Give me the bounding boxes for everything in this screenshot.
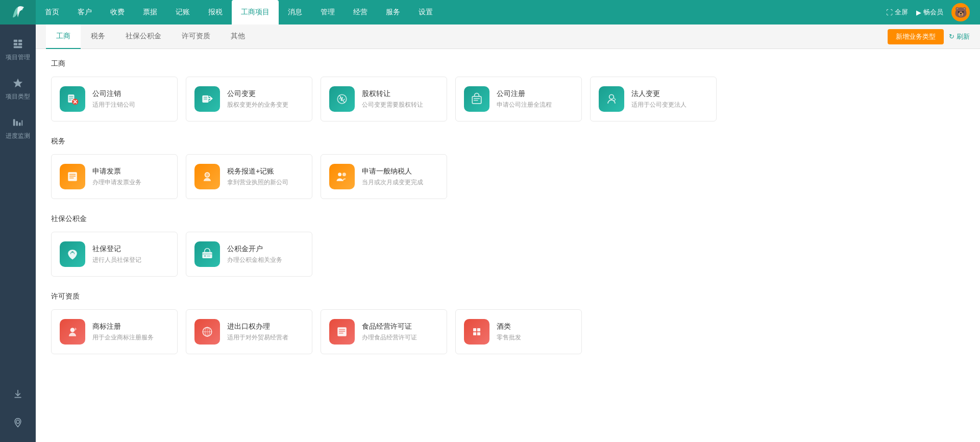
liquor-content: 酒类 零售批发 xyxy=(497,322,521,342)
sidebar-label-project-mgmt: 项目管理 xyxy=(6,53,30,62)
card-food-license[interactable]: 食品经营许可证 办理食品经营许可证 xyxy=(321,309,447,354)
svg-rect-45 xyxy=(473,328,476,331)
nav-management[interactable]: 管理 xyxy=(311,0,344,24)
sidebar-item-project-type[interactable]: 项目类型 xyxy=(0,69,36,108)
company-change-title: 公司变更 xyxy=(227,89,288,99)
refresh-button[interactable]: ↻ 刷新 xyxy=(949,32,970,41)
tab-xuke[interactable]: 许可资质 xyxy=(172,24,220,49)
svg-point-30 xyxy=(206,173,209,177)
svg-rect-1 xyxy=(14,43,17,45)
nav-tax[interactable]: 报税 xyxy=(199,0,232,24)
tab-actions: 新增业务类型 ↻ 刷新 xyxy=(888,29,970,44)
section-xuke: 许可资质 商标注册 用于企业商标注册服务 xyxy=(51,292,965,354)
card-company-change[interactable]: 公司变更 股权变更外的业务变更 xyxy=(186,77,312,121)
fullscreen-btn[interactable]: ⛶ 全屏 xyxy=(886,8,908,17)
svg-rect-35 xyxy=(202,253,212,255)
tab-gongshang[interactable]: 工商 xyxy=(46,24,81,49)
apply-invoice-desc: 办理申请发票业务 xyxy=(92,178,141,187)
card-equity-transfer[interactable]: ¥ 股权转让 公司变更需要股权转让 xyxy=(321,77,447,121)
svg-point-10 xyxy=(16,420,20,424)
general-taxpayer-desc: 当月或次月成变更完成 xyxy=(362,178,423,187)
download-icon xyxy=(11,387,25,401)
tab-bar: 工商 税务 社保公积金 许可资质 其他 新增业务类型 ↻ 刷新 xyxy=(36,24,980,49)
apply-invoice-content: 申请发票 办理申请发票业务 xyxy=(92,167,141,187)
food-license-desc: 办理食品经营许可证 xyxy=(362,333,417,342)
tax-accounting-content: 税务报道+记账 拿到营业执照的新公司 xyxy=(227,167,288,187)
top-navigation: 首页 客户 收费 票据 记账 报税 工商项目 消息 管理 经营 服务 设置 ⛶ … xyxy=(0,0,980,24)
food-license-content: 食品经营许可证 办理食品经营许可证 xyxy=(362,322,417,342)
tax-accounting-title: 税务报道+记账 xyxy=(227,167,288,176)
app-logo xyxy=(0,0,36,24)
nav-bizproject[interactable]: 工商项目 xyxy=(232,0,279,24)
sidebar-label-progress: 进度监测 xyxy=(6,132,30,140)
provident-fund-title: 公积金开户 xyxy=(227,244,282,254)
svg-point-31 xyxy=(338,173,341,176)
nav-operations[interactable]: 经营 xyxy=(344,0,377,24)
nav-settings[interactable]: 设置 xyxy=(409,0,442,24)
svg-rect-44 xyxy=(339,333,344,334)
new-type-button[interactable]: 新增业务类型 xyxy=(888,29,944,44)
provident-fund-desc: 办理公积金相关业务 xyxy=(227,256,282,264)
svg-point-38 xyxy=(70,328,75,332)
company-change-icon xyxy=(194,86,220,112)
section-xuke-title: 许可资质 xyxy=(51,292,965,301)
svg-rect-27 xyxy=(69,176,76,177)
sidebar-location[interactable] xyxy=(0,408,36,437)
card-social-insurance[interactable]: 社保登记 进行人员社保登记 xyxy=(51,232,178,277)
svg-rect-23 xyxy=(474,100,478,101)
card-liquor[interactable]: 酒类 零售批发 xyxy=(455,309,582,354)
card-trademark[interactable]: 商标注册 用于企业商标注册服务 xyxy=(51,309,178,354)
card-company-register[interactable]: 公司注册 申请公司注册全流程 xyxy=(455,77,582,121)
section-gongshang-title: 工商 xyxy=(51,59,965,68)
liquor-icon xyxy=(464,319,489,345)
svg-rect-18 xyxy=(204,99,207,100)
tab-shebao[interactable]: 社保公积金 xyxy=(115,24,172,49)
svg-point-36 xyxy=(204,255,206,257)
tab-other[interactable]: 其他 xyxy=(220,24,255,49)
member-btn[interactable]: ▶ 畅会员 xyxy=(916,8,943,17)
sidebar-item-project-mgmt[interactable]: 项目管理 xyxy=(0,30,36,69)
svg-rect-47 xyxy=(473,332,476,335)
card-apply-invoice[interactable]: 申请发票 办理申请发票业务 xyxy=(51,154,178,199)
project-type-icon xyxy=(11,76,25,90)
legal-change-icon xyxy=(599,86,624,112)
card-tax-accounting[interactable]: 税务报道+记账 拿到营业执照的新公司 xyxy=(186,154,312,199)
legal-change-title: 法人变更 xyxy=(631,89,687,99)
card-provident-fund[interactable]: 公积金开户 办理公积金相关业务 xyxy=(186,232,312,277)
tax-accounting-icon xyxy=(194,164,220,189)
nav-fees[interactable]: 收费 xyxy=(101,0,134,24)
nav-invoices[interactable]: 票据 xyxy=(134,0,166,24)
social-insurance-icon xyxy=(60,241,85,267)
nav-messages[interactable]: 消息 xyxy=(279,0,311,24)
card-general-taxpayer[interactable]: 申请一般纳税人 当月或次月成变更完成 xyxy=(321,154,447,199)
nav-customers[interactable]: 客户 xyxy=(68,0,101,24)
food-license-title: 食品经营许可证 xyxy=(362,322,417,331)
company-cancel-content: 公司注销 适用于注销公司 xyxy=(92,89,135,109)
svg-rect-37 xyxy=(207,256,210,257)
company-register-icon xyxy=(464,86,489,112)
liquor-title: 酒类 xyxy=(497,322,521,331)
svg-rect-12 xyxy=(69,96,74,97)
sidebar-download[interactable] xyxy=(0,380,36,408)
left-sidebar: 项目管理 项目类型 进度监测 xyxy=(0,24,36,442)
nav-services[interactable]: 服务 xyxy=(377,0,409,24)
liquor-desc: 零售批发 xyxy=(497,333,521,342)
svg-marker-5 xyxy=(13,79,22,87)
svg-point-24 xyxy=(609,94,614,99)
tab-shuiwu[interactable]: 税务 xyxy=(81,24,115,49)
nav-home[interactable]: 首页 xyxy=(36,0,68,24)
svg-rect-9 xyxy=(21,120,22,126)
card-legal-change[interactable]: 法人变更 适用于公司变更法人 xyxy=(590,77,717,121)
section-shuiwu-title: 税务 xyxy=(51,137,965,146)
nav-accounting[interactable]: 记账 xyxy=(166,0,199,24)
card-import-export[interactable]: 进出口权办理 适用于对外贸易经营者 xyxy=(186,309,312,354)
svg-rect-7 xyxy=(16,121,18,126)
user-avatar[interactable]: 🐻 xyxy=(951,3,970,21)
sidebar-item-progress[interactable]: 进度监测 xyxy=(0,108,36,148)
content-area: 工商 税务 社保公积金 许可资质 其他 新增业务类型 ↻ 刷新 工商 xyxy=(36,24,980,442)
section-shebao-title: 社保公积金 xyxy=(51,214,965,224)
import-export-icon xyxy=(194,319,220,345)
svg-rect-26 xyxy=(69,174,76,175)
equity-transfer-icon: ¥ xyxy=(329,86,355,112)
card-company-cancel[interactable]: 公司注销 适用于注销公司 xyxy=(51,77,178,121)
